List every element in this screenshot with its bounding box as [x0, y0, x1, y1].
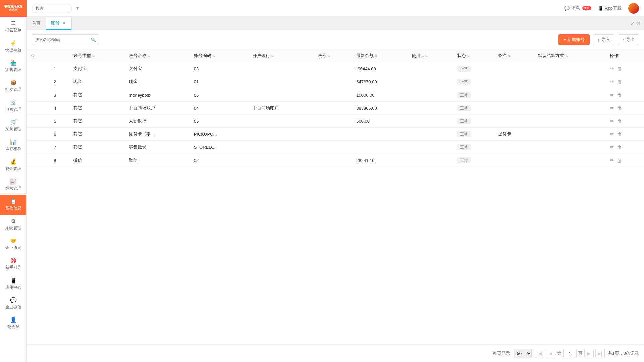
th-balance[interactable]: 最新余额⇅: [352, 49, 408, 62]
wholesale-mgmt-icon: 📦: [10, 79, 17, 86]
quick-nav-icon: ⚡: [10, 40, 17, 46]
edit-icon[interactable]: ✏: [610, 79, 614, 85]
cell-settings: [27, 62, 50, 75]
sort-usage-icon: ⇅: [425, 54, 428, 58]
th-usage[interactable]: 使用...⇅: [408, 49, 453, 62]
delete-icon[interactable]: 🗑: [617, 118, 622, 124]
sidebar-item-ops-mgmt[interactable]: 📈 经营管理: [0, 175, 26, 195]
sidebar-item-member[interactable]: 👤 畅会员: [0, 313, 26, 333]
edit-icon[interactable]: ✏: [610, 118, 614, 124]
cell-account-name: 微信: [125, 154, 190, 167]
import-button[interactable]: ↓ 导入: [593, 34, 614, 45]
th-remark[interactable]: 备注⇅: [494, 49, 534, 62]
global-search-input[interactable]: [32, 4, 72, 13]
pagination: 每页显示 50 100 200 |◀ ◀ 第 页 ▶ ▶| 共1页，8条记录: [27, 344, 644, 362]
edit-icon[interactable]: ✏: [610, 92, 614, 98]
edit-icon[interactable]: ✏: [610, 157, 614, 163]
sidebar-item-search-menu[interactable]: ☰ 搜索菜单: [0, 17, 26, 37]
ecommerce-mgmt-icon: 🛒: [10, 99, 17, 106]
table-settings-icon[interactable]: ⚙: [31, 53, 35, 58]
cell-default-settlement: [534, 141, 606, 154]
retail-mgmt-icon: 🏪: [10, 60, 17, 66]
cell-bank: [249, 75, 313, 88]
member-icon: 👤: [10, 317, 17, 323]
sidebar-item-purchase-mgmt[interactable]: 🛒 采购管理: [0, 116, 26, 135]
delete-icon[interactable]: 🗑: [617, 131, 622, 137]
tab-maximize-icon[interactable]: ⤢: [630, 20, 635, 26]
status-badge: 正常: [457, 105, 471, 111]
cell-account-no: [314, 128, 353, 141]
edit-icon[interactable]: ✏: [610, 144, 614, 150]
edit-icon[interactable]: ✏: [610, 105, 614, 111]
sidebar-item-retail-mgmt[interactable]: 🏪 零售管理: [0, 56, 26, 76]
th-account-type[interactable]: 账号类型⇅: [69, 49, 125, 62]
sidebar-item-ecommerce-mgmt[interactable]: 🛒 电商管理: [0, 96, 26, 116]
tab-account[interactable]: 账号 ✕: [46, 17, 72, 30]
sort-account-code-icon: ⇅: [212, 54, 215, 58]
message-label: 消息: [571, 5, 580, 11]
global-search-dropdown-icon[interactable]: ▼: [75, 6, 80, 11]
th-settings[interactable]: ⚙: [27, 49, 50, 62]
delete-icon[interactable]: 🗑: [617, 144, 622, 150]
cell-balance: [352, 141, 408, 154]
sidebar-item-label-ecommerce-mgmt: 电商管理: [5, 107, 21, 112]
sidebar-item-new-guide[interactable]: 🎯 新手引导: [0, 254, 26, 274]
account-search-icon[interactable]: 🔍: [91, 37, 96, 42]
page-input[interactable]: [563, 349, 577, 358]
header-right: 💬 消息 99+ 📱 App下载: [564, 3, 639, 14]
cell-balance: 383866.00: [352, 102, 408, 115]
sidebar-item-app-center[interactable]: 📱 应用中心: [0, 274, 26, 294]
delete-icon[interactable]: 🗑: [617, 92, 622, 98]
th-account-code[interactable]: 账号编码⇅: [190, 49, 249, 62]
edit-icon[interactable]: ✏: [610, 66, 614, 72]
cell-account-code: 03: [190, 62, 249, 75]
cell-usage: [408, 62, 453, 75]
delete-icon[interactable]: 🗑: [617, 79, 622, 85]
tab-minimize-icon[interactable]: ✕: [636, 20, 641, 26]
last-page-button[interactable]: ▶|: [595, 349, 605, 358]
account-search-input[interactable]: [35, 37, 91, 42]
cell-account-code: 04: [190, 102, 249, 115]
sidebar-item-wholesale-mgmt[interactable]: 📦 批发管理: [0, 76, 26, 96]
sidebar-item-system-mgmt[interactable]: ⚙ 系统管理: [0, 215, 26, 234]
prev-page-button[interactable]: ◀: [546, 349, 555, 358]
per-page-select[interactable]: 50 100 200: [514, 349, 532, 358]
cell-default-settlement: [534, 115, 606, 128]
message-button[interactable]: 💬 消息 99+: [564, 5, 591, 11]
cell-usage: [408, 88, 453, 102]
status-badge: 正常: [457, 131, 471, 137]
action-icons: ✏ 🗑: [610, 144, 640, 150]
next-page-button[interactable]: ▶: [584, 349, 594, 358]
delete-icon[interactable]: 🗑: [617, 158, 622, 163]
th-default-settlement[interactable]: 默认结算方式⇅: [534, 49, 606, 62]
biz-wechat-icon: 💬: [10, 297, 17, 303]
sidebar-item-inventory-check[interactable]: 📊 库存核算: [0, 135, 26, 155]
th-status[interactable]: 状态⇅: [453, 49, 494, 62]
sidebar-item-label-app-center: 应用中心: [5, 285, 21, 290]
sort-default-settlement-icon: ⇅: [565, 54, 568, 58]
sidebar-item-biz-agreement[interactable]: 🤝 企业协同: [0, 234, 26, 254]
purchase-mgmt-icon: 🛒: [10, 119, 17, 125]
sidebar-item-basic-info[interactable]: 📋 基础信息: [0, 195, 26, 215]
sidebar-item-quick-nav[interactable]: ⚡ 快捷导航: [0, 37, 26, 56]
sidebar-item-label-ops-mgmt: 经营管理: [5, 186, 21, 191]
add-account-button[interactable]: + 新增账号: [558, 34, 590, 45]
app-download-button[interactable]: 📱 App下载: [598, 5, 622, 11]
edit-icon[interactable]: ✏: [610, 131, 614, 137]
user-avatar[interactable]: [628, 3, 639, 14]
sidebar-item-capital-mgmt[interactable]: 💰 资金管理: [0, 155, 26, 175]
th-account-name[interactable]: 账号名称⇅: [125, 49, 190, 62]
export-button[interactable]: ↑ 导出: [618, 34, 639, 45]
tab-home[interactable]: 首页: [27, 17, 46, 30]
th-account-no[interactable]: 账号⇅: [314, 49, 353, 62]
delete-icon[interactable]: 🗑: [617, 105, 622, 111]
delete-icon[interactable]: 🗑: [617, 66, 622, 72]
cell-num: 7: [50, 141, 69, 154]
tab-account-close-icon[interactable]: ✕: [62, 20, 66, 26]
sidebar-item-biz-wechat[interactable]: 💬 企业微信: [0, 294, 26, 313]
cell-status: 正常: [453, 154, 494, 167]
th-bank[interactable]: 开户银行⇅: [249, 49, 313, 62]
first-page-button[interactable]: |◀: [535, 349, 544, 358]
export-icon: ↑: [622, 37, 625, 42]
basic-info-icon: 📋: [10, 198, 17, 204]
